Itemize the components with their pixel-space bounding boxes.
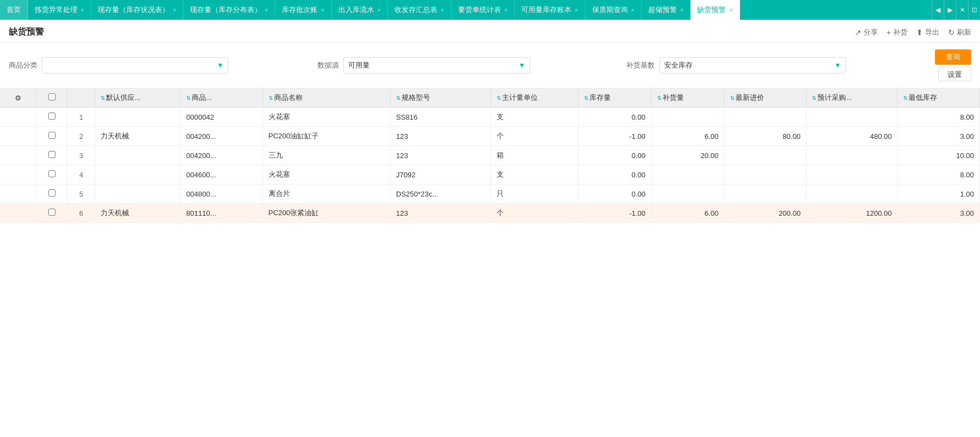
tab-close-batch-account[interactable]: × <box>321 7 324 13</box>
row-stock-3: 0.00 <box>578 146 652 165</box>
settings-button[interactable]: 设置 <box>938 67 971 81</box>
row-replenish-5 <box>652 184 725 204</box>
column-product-code[interactable]: ⇅商品... <box>181 88 263 108</box>
column-latest-price[interactable]: ⇅最新进价 <box>724 88 806 108</box>
row-spec-2: 123 <box>391 127 491 146</box>
row-unit-1: 支 <box>491 108 578 127</box>
nav-tab-picking-exception[interactable]: 拣货异常处理× <box>28 0 91 20</box>
category-label: 商品分类 <box>9 60 37 70</box>
column-gear[interactable]: ⚙ <box>0 88 36 108</box>
nav-tab-home[interactable]: 首页 <box>0 0 28 20</box>
tab-close-overstock[interactable]: × <box>680 7 683 13</box>
nav-tab-inventory-status[interactable]: 现存量（库存状况表）× <box>91 0 183 20</box>
column-unit[interactable]: ⇅主计量单位 <box>491 88 578 108</box>
row-checkbox-cell[interactable] <box>36 108 67 127</box>
tab-close-in-out-flow[interactable]: × <box>377 7 381 13</box>
page-title: 缺货预警 <box>9 26 44 38</box>
row-stock-4: 0.00 <box>578 165 652 184</box>
row-checkbox-5[interactable] <box>48 189 55 197</box>
row-checkbox-3[interactable] <box>48 151 55 158</box>
row-checkbox-cell[interactable] <box>36 165 67 184</box>
column-spec[interactable]: ⇅规格型号 <box>391 88 491 108</box>
tab-close-available-ledger[interactable]: × <box>575 7 578 13</box>
table-row: 3 004200... 三九 123 箱 0.00 20.00 10.00 <box>0 146 980 165</box>
row-latest-price-3 <box>724 146 806 165</box>
nav-tab-order-stats[interactable]: 要货单统计表× <box>452 0 515 20</box>
tab-close-order-stats[interactable]: × <box>504 7 508 13</box>
row-checkbox-6[interactable] <box>48 209 55 216</box>
row-checkbox-4[interactable] <box>48 170 55 177</box>
category-select[interactable]: ▼ <box>42 57 229 74</box>
nav-tab-inventory-dist[interactable]: 现存量（库存分布表）× <box>183 0 275 20</box>
tab-close-inventory-status[interactable]: × <box>172 7 176 13</box>
datasource-select-value: 可用量 <box>348 60 370 70</box>
row-supplier-3 <box>95 146 181 165</box>
nav-tab-overstock[interactable]: 超储预警× <box>642 0 691 20</box>
tab-scroll-next[interactable]: ▶ <box>944 0 956 20</box>
replenish-base-select[interactable]: 安全库存 ▼ <box>659 57 846 74</box>
tab-close-inventory-dist[interactable]: × <box>265 7 268 13</box>
row-product-name-1: 火花塞 <box>263 108 391 127</box>
row-stock-5: 0.00 <box>578 184 652 204</box>
nav-tab-in-out-flow[interactable]: 出入库流水× <box>332 0 388 20</box>
tab-close-expiry-query[interactable]: × <box>631 7 634 13</box>
row-checkbox-cell[interactable] <box>36 184 67 204</box>
nav-tab-available-ledger[interactable]: 可用量库存账本× <box>515 0 585 20</box>
row-checkbox-cell[interactable] <box>36 146 67 165</box>
tab-close-receive-summary[interactable]: × <box>441 7 444 13</box>
row-checkbox-cell[interactable] <box>36 204 67 223</box>
nav-tab-batch-account[interactable]: 库存批次账× <box>275 0 331 20</box>
row-est-purchase-3 <box>806 146 898 165</box>
row-replenish-3: 20.00 <box>652 146 725 165</box>
window-maximize-btn[interactable]: ⊡ <box>968 0 980 20</box>
tab-close-picking-exception[interactable]: × <box>81 7 84 13</box>
row-est-purchase-6: 1200.00 <box>806 204 898 223</box>
row-product-name-2: PC200油缸缸子 <box>263 127 391 146</box>
row-product-code-6: 801110... <box>181 204 263 223</box>
filter-group-category: 商品分类 ▼ <box>9 57 318 74</box>
query-button[interactable]: 查询 <box>935 49 971 65</box>
tab-close-shortage[interactable]: × <box>729 7 732 13</box>
row-product-name-3: 三九 <box>263 146 391 165</box>
refresh-button[interactable]: ↻ 刷新 <box>948 27 971 37</box>
row-est-purchase-1 <box>806 108 898 127</box>
row-unit-4: 支 <box>491 165 578 184</box>
row-supplier-5 <box>95 184 181 204</box>
column-est-purchase[interactable]: ⇅预计采购... <box>806 88 898 108</box>
stock-sort-icon: ⇅ <box>584 95 588 101</box>
export-button[interactable]: ⬆ 导出 <box>916 27 939 37</box>
window-close-btn[interactable]: ✕ <box>956 0 968 20</box>
shortage-table: ⚙ ⇅默认供应... ⇅商品... ⇅商品名称 ⇅规格型号 <box>0 88 980 223</box>
column-replenish[interactable]: ⇅补货量 <box>652 88 725 108</box>
filter-group-datasource: 数据源 可用量 ▼ <box>318 57 626 74</box>
row-checkbox-2[interactable] <box>48 132 55 139</box>
nav-tab-receive-summary[interactable]: 收发存汇总表× <box>388 0 451 20</box>
table-header-row: ⚙ ⇅默认供应... ⇅商品... ⇅商品名称 ⇅规格型号 <box>0 88 980 108</box>
export-icon: ⬆ <box>916 28 923 37</box>
row-spec-4: J7092 <box>391 165 491 184</box>
select-all-checkbox[interactable] <box>48 93 55 100</box>
min-stock-sort-icon: ⇅ <box>903 95 907 101</box>
table-row: 1 0000042 火花塞 SS816 支 0.00 8.00 <box>0 108 980 127</box>
nav-tab-expiry-query[interactable]: 保质期查询× <box>586 0 642 20</box>
page-header: 缺货预警 ↗ 分享 + 补货 ⬆ 导出 ↻ 刷新 <box>0 20 980 43</box>
column-product-name[interactable]: ⇅商品名称 <box>263 88 391 108</box>
row-est-purchase-5 <box>806 184 898 204</box>
row-min-stock-3: 10.00 <box>898 146 980 165</box>
row-latest-price-4 <box>724 165 806 184</box>
nav-tab-shortage[interactable]: 缺货预警× <box>691 0 739 20</box>
share-button[interactable]: ↗ 分享 <box>855 27 878 37</box>
row-spec-1: SS816 <box>391 108 491 127</box>
supplier-sort-icon: ⇅ <box>101 95 105 101</box>
column-min-stock[interactable]: ⇅最低库存 <box>898 88 980 108</box>
column-stock[interactable]: ⇅库存量 <box>578 88 652 108</box>
datasource-select[interactable]: 可用量 ▼ <box>343 57 530 74</box>
row-checkbox-cell[interactable] <box>36 127 67 146</box>
column-supplier[interactable]: ⇅默认供应... <box>95 88 181 108</box>
row-latest-price-6: 200.00 <box>724 204 806 223</box>
replenish-button[interactable]: + 补货 <box>887 27 907 37</box>
tab-scroll-prev[interactable]: ◀ <box>932 0 944 20</box>
spec-sort-icon: ⇅ <box>396 95 400 101</box>
row-checkbox-1[interactable] <box>48 113 55 120</box>
row-spec-5: DS250*23c... <box>391 184 491 204</box>
